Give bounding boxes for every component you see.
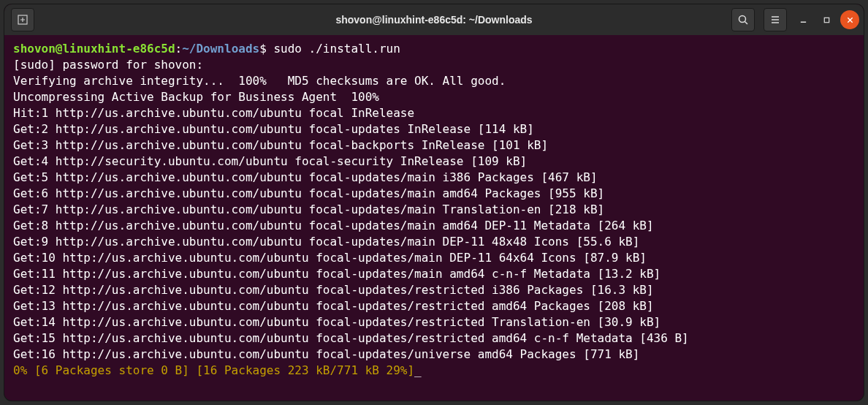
progress-text: 0% [6 Packages store 0 B] [16 Packages 2…: [13, 363, 414, 377]
maximize-button[interactable]: [817, 10, 836, 29]
hamburger-icon: [769, 14, 781, 26]
prompt-line: shovon@linuxhint-e86c5d:~/Downloads$ sud…: [13, 41, 855, 57]
prompt-path: ~/Downloads: [182, 42, 259, 56]
close-icon: [846, 16, 854, 24]
output-line: Get:11 http://us.archive.ubuntu.com/ubun…: [13, 266, 855, 282]
prompt-userhost: shovon@linuxhint-e86c5d: [13, 42, 175, 56]
output-line: Get:16 http://us.archive.ubuntu.com/ubun…: [13, 347, 855, 363]
output-lines: [sudo] password for shovon: Verifying ar…: [13, 57, 855, 363]
output-line: Get:7 http://us.archive.ubuntu.com/ubunt…: [13, 202, 855, 218]
search-icon: [737, 14, 749, 26]
maximize-icon: [823, 16, 831, 24]
output-line: Get:4 http://security.ubuntu.com/ubuntu …: [13, 154, 855, 170]
svg-rect-9: [824, 18, 829, 22]
output-line: Get:6 http://us.archive.ubuntu.com/ubunt…: [13, 186, 855, 202]
progress-line: 0% [6 Packages store 0 B] [16 Packages 2…: [13, 363, 855, 379]
terminal-body[interactable]: shovon@linuxhint-e86c5d:~/Downloads$ sud…: [4, 35, 864, 401]
output-line: Get:13 http://us.archive.ubuntu.com/ubun…: [13, 298, 855, 314]
titlebar-controls: [729, 8, 859, 31]
menu-button[interactable]: [764, 8, 787, 31]
output-line: [sudo] password for shovon:: [13, 57, 855, 73]
prompt-colon: :: [175, 42, 183, 56]
svg-point-3: [739, 16, 746, 23]
new-tab-icon: [17, 14, 28, 26]
output-line: Get:15 http://us.archive.ubuntu.com/ubun…: [13, 330, 855, 347]
output-line: Get:9 http://us.archive.ubuntu.com/ubunt…: [13, 234, 855, 250]
svg-line-4: [745, 22, 748, 25]
output-line: Uncompressing Active Backup for Business…: [13, 89, 855, 105]
minimize-button[interactable]: [793, 10, 812, 29]
new-tab-button[interactable]: [11, 8, 34, 31]
output-line: Get:3 http://us.archive.ubuntu.com/ubunt…: [13, 137, 855, 154]
output-line: Hit:1 http://us.archive.ubuntu.com/ubunt…: [13, 105, 855, 121]
output-line: Get:2 http://us.archive.ubuntu.com/ubunt…: [13, 121, 855, 137]
terminal-window: shovon@linuxhint-e86c5d: ~/Downloads: [4, 4, 864, 401]
command-text: sudo ./install.run: [273, 42, 400, 56]
output-line: Get:14 http://us.archive.ubuntu.com/ubun…: [13, 314, 855, 330]
minimize-icon: [799, 16, 807, 24]
output-line: Get:10 http://us.archive.ubuntu.com/ubun…: [13, 250, 855, 266]
output-line: Get:8 http://us.archive.ubuntu.com/ubunt…: [13, 218, 855, 234]
titlebar: shovon@linuxhint-e86c5d: ~/Downloads: [4, 4, 864, 35]
search-button[interactable]: [731, 8, 755, 31]
cursor: _: [414, 363, 421, 376]
output-line: Verifying archive integrity... 100% MD5 …: [13, 73, 855, 89]
close-button[interactable]: [840, 10, 859, 29]
output-line: Get:12 http://us.archive.ubuntu.com/ubun…: [13, 282, 855, 298]
output-line: Get:5 http://us.archive.ubuntu.com/ubunt…: [13, 170, 855, 186]
prompt-dollar: $: [259, 42, 273, 56]
